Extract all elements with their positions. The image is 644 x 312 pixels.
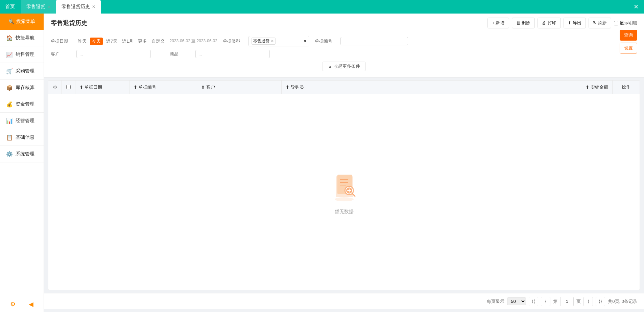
settings-bottom-icon[interactable]: ⚙: [10, 300, 16, 308]
sidebar-item-basic-info-label: 基础信息: [16, 134, 34, 140]
filter-row-2: 客户 ... 商品 ...: [51, 50, 637, 58]
sidebar-item-sales-label: 销售管理: [16, 51, 34, 58]
refresh-button[interactable]: ↻ 刷新: [589, 18, 611, 28]
print-button[interactable]: 🖨 打印: [538, 18, 561, 28]
prev-page-button[interactable]: ⟨: [541, 297, 550, 306]
top-bar: 首页 零售退货 ✕ 零售退货历史 ✕ ✕: [0, 0, 644, 14]
sidebar-search-label: 搜索菜单: [16, 19, 35, 25]
tab-retail-return-close[interactable]: ✕: [47, 4, 51, 9]
per-page-select[interactable]: 20 50 100: [507, 297, 526, 305]
collapse-sidebar-icon[interactable]: ◀: [29, 300, 33, 308]
sidebar-item-quick-nav-label: 快捷导航: [16, 35, 34, 41]
show-detail-checkbox-label[interactable]: 显示明细: [614, 20, 637, 26]
sidebar-item-system-label: 系统管理: [16, 151, 34, 157]
sidebar-search[interactable]: 🔍 搜索菜单: [0, 14, 44, 30]
goods-select[interactable]: ...: [195, 50, 270, 58]
sidebar-item-quick-nav[interactable]: 🏠 快捷导航: [0, 30, 44, 46]
collapse-icon: ▲: [328, 64, 332, 69]
date-option-7days[interactable]: 近7天: [105, 38, 119, 45]
show-detail-checkbox[interactable]: [614, 21, 618, 25]
th-settings[interactable]: ⚙: [48, 81, 62, 94]
doc-type-tag-close[interactable]: ✕: [271, 39, 274, 43]
first-page-button[interactable]: ⟨⟨: [529, 297, 538, 306]
sidebar-item-system[interactable]: ⚙️ 系统管理: [0, 146, 44, 162]
sidebar-item-purchase-label: 采购管理: [16, 68, 34, 74]
th-guide[interactable]: ⬆ 导购员: [282, 81, 349, 94]
export-button[interactable]: ⬆ 导出: [564, 18, 586, 28]
doc-type-tag: 零售退货 ✕: [252, 38, 276, 45]
collapse-label: 收起更多条件: [334, 63, 360, 69]
empty-icon: [327, 170, 361, 203]
next-page-button[interactable]: ⟩: [583, 297, 593, 306]
doc-type-filter-label: 单据类型: [223, 38, 243, 44]
table-body: 暂无数据: [48, 94, 640, 290]
date-option-yesterday[interactable]: 昨天: [76, 38, 88, 45]
date-option-1month[interactable]: 近1月: [121, 38, 135, 45]
sidebar-item-inventory[interactable]: 📦 库存核算: [0, 80, 44, 96]
sidebar-item-basic-info[interactable]: 📋 基础信息: [0, 129, 44, 146]
tab-retail-return-history-close[interactable]: ✕: [92, 4, 95, 9]
customer-filter-label: 客户: [51, 51, 71, 57]
delete-button[interactable]: 🗑 删除: [512, 18, 535, 28]
filter-row-1: 单据日期 昨天 今天 近7天 近1月 更多 自定义 2023-06-02 至 2…: [51, 36, 637, 46]
system-icon: ⚙️: [6, 151, 13, 157]
last-page-button[interactable]: ⟩⟩: [596, 297, 605, 306]
th-number[interactable]: ⬆ 单据编号: [129, 81, 197, 94]
total-text: 共0页, 0条记录: [608, 298, 637, 305]
setting-button[interactable]: 设置: [620, 43, 637, 53]
sidebar-items: 🏠 快捷导航 📈 销售管理 🛒 采购管理 📦 库存核算 💰 资金管理 📊: [0, 30, 44, 296]
th-date[interactable]: ⬆ 单据日期: [75, 81, 129, 94]
page-label: 第: [553, 298, 557, 305]
show-detail-label: 显示明细: [620, 20, 637, 26]
add-button[interactable]: + 新增: [487, 18, 509, 28]
sidebar-item-purchase[interactable]: 🛒 采购管理: [0, 63, 44, 80]
table-area: ⚙ ⬆ 单据日期 ⬆ 单据编号 ⬆ 客户 ⬆ 导购员: [48, 80, 640, 290]
sidebar-item-sales[interactable]: 📈 销售管理: [0, 46, 44, 63]
tab-home-label: 首页: [5, 4, 15, 10]
customer-select[interactable]: ...: [76, 50, 151, 58]
tab-home[interactable]: 首页: [0, 0, 20, 14]
doc-type-tag-text: 零售退货: [253, 38, 269, 44]
tab-retail-return[interactable]: 零售退货 ✕: [21, 0, 56, 14]
th-customer-label: ⬆ 客户: [201, 84, 215, 90]
tab-retail-return-label: 零售退货: [26, 4, 45, 10]
page-number-input[interactable]: [560, 297, 574, 306]
tab-retail-return-history[interactable]: 零售退货历史 ✕: [56, 0, 101, 14]
th-number-label: ⬆ 单据编号: [134, 84, 156, 90]
doc-number-input[interactable]: [340, 37, 408, 45]
page-title: 零售退货历史: [51, 19, 87, 27]
table-header: ⚙ ⬆ 单据日期 ⬆ 单据编号 ⬆ 客户 ⬆ 导购员: [48, 81, 640, 94]
th-customer[interactable]: ⬆ 客户: [197, 81, 282, 94]
collapse-button[interactable]: ▲ 收起更多条件: [322, 62, 366, 71]
date-range-display: 2023-06-02 至 2023-06-02: [169, 38, 217, 44]
doc-type-dropdown-icon: ▾: [304, 39, 306, 44]
sales-icon: 📈: [6, 51, 13, 58]
operations-icon: 📊: [6, 117, 13, 124]
th-checkbox[interactable]: [62, 81, 75, 94]
goods-filter-label: 商品: [170, 51, 190, 57]
date-option-custom[interactable]: 自定义: [150, 38, 166, 45]
filter-area: 单据日期 昨天 今天 近7天 近1月 更多 自定义 2023-06-02 至 2…: [51, 32, 637, 77]
th-amount[interactable]: ⬆ 实销金额: [349, 81, 613, 94]
th-date-label: ⬆ 单据日期: [79, 84, 102, 90]
customer-placeholder: ...: [79, 51, 83, 57]
toolbar-buttons: + 新增 🗑 删除 🖨 打印 ⬆ 导出 ↻ 刷新 显示明细: [487, 18, 637, 28]
sidebar-item-finance-label: 资金管理: [16, 101, 34, 107]
svg-point-0: [335, 197, 354, 201]
content-area: 零售退货历史 + 新增 🗑 删除 🖨 打印 ⬆ 导出 ↻ 刷新 显示明细 单据日…: [44, 14, 644, 312]
sidebar-item-inventory-label: 库存核算: [16, 85, 34, 91]
th-amount-label: ⬆ 实销金额: [586, 84, 608, 90]
date-option-more[interactable]: 更多: [137, 38, 148, 45]
doc-type-select[interactable]: 零售退货 ✕ ▾: [248, 36, 309, 46]
sidebar-item-operations[interactable]: 📊 经营管理: [0, 113, 44, 129]
query-button[interactable]: 查询: [620, 30, 637, 41]
th-guide-label: ⬆ 导购员: [286, 84, 304, 90]
search-icon: 🔍: [8, 19, 14, 24]
window-close-button[interactable]: ✕: [628, 3, 644, 10]
doc-number-filter-label: 单据编号: [315, 38, 335, 44]
select-all-checkbox[interactable]: [66, 85, 71, 89]
sidebar: 🔍 搜索菜单 🏠 快捷导航 📈 销售管理 🛒 采购管理 📦 库存核算 💰: [0, 14, 44, 312]
th-action: 操作: [613, 81, 640, 94]
sidebar-item-finance[interactable]: 💰 资金管理: [0, 96, 44, 113]
date-option-today[interactable]: 今天: [90, 38, 103, 45]
